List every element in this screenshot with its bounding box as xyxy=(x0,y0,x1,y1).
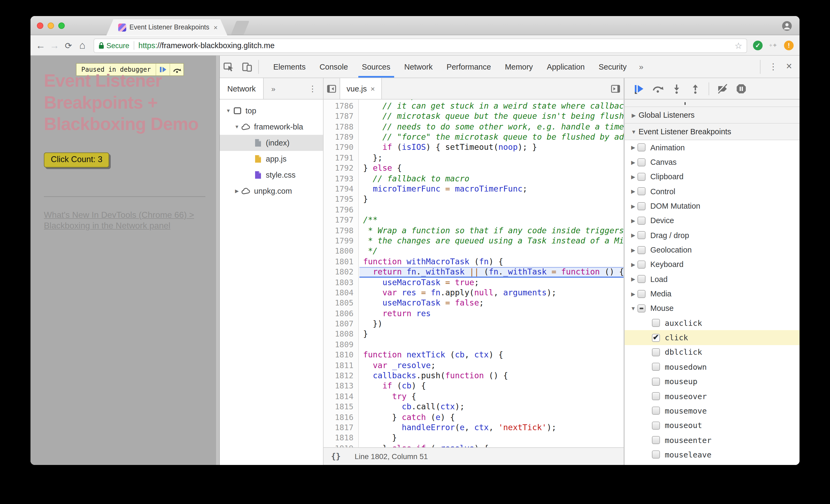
line-number[interactable]: 1805 xyxy=(324,298,358,309)
expand-sidebar-icon[interactable] xyxy=(610,83,621,94)
tree-item-unpkg-com[interactable]: ▶unpkg.com xyxy=(220,183,323,199)
devtools-tab-network[interactable]: Network xyxy=(397,56,440,77)
code-line[interactable]: useMacroTask = false; xyxy=(359,298,624,309)
line-number[interactable]: 1796 xyxy=(324,205,358,215)
extension-dimmed-icon[interactable]: ⌖✦ xyxy=(768,41,778,50)
checkbox-off[interactable] xyxy=(637,173,645,181)
breakpoint-category-device[interactable]: ▶Device xyxy=(625,213,800,228)
reload-icon[interactable]: ⟳ xyxy=(62,40,75,51)
line-number[interactable]: 1793 xyxy=(324,174,358,184)
line-number[interactable]: 1788 xyxy=(324,122,358,132)
code-line[interactable]: microTimerFunc = macroTimerFunc; xyxy=(359,184,624,194)
breakpoint-event-mouseup[interactable]: mouseup xyxy=(625,374,800,389)
breakpoint-category-mouse[interactable]: ▼Mouse xyxy=(625,301,800,316)
code-line[interactable] xyxy=(359,340,624,350)
breakpoint-category-load[interactable]: ▶Load xyxy=(625,272,800,286)
line-number[interactable]: 1806 xyxy=(324,309,358,319)
collapsed-arrow-icon[interactable]: ▶ xyxy=(629,159,637,165)
devtools-tab-memory[interactable]: Memory xyxy=(498,56,540,77)
checkbox-off[interactable] xyxy=(652,451,660,459)
pretty-print-icon[interactable]: {} xyxy=(331,451,341,461)
code-line[interactable]: var res = fn.apply(null, arguments); xyxy=(359,288,624,298)
breakpoint-category-animation[interactable]: ▶Animation xyxy=(625,140,800,155)
devtools-tab-application[interactable]: Application xyxy=(540,56,592,77)
breakpoint-event-mouseenter[interactable]: mouseenter xyxy=(625,433,800,447)
checkbox-off[interactable] xyxy=(637,187,645,195)
checkbox-off[interactable] xyxy=(652,319,660,327)
collapsed-arrow-icon[interactable]: ▶ xyxy=(629,291,637,297)
code-line[interactable]: /** xyxy=(359,215,624,225)
navigator-tab-network[interactable]: Network xyxy=(220,78,264,99)
code-line[interactable]: // needs to do some other work, e.g. han… xyxy=(359,122,624,132)
devtools-tab-performance[interactable]: Performance xyxy=(440,56,498,77)
breakpoint-category-dom-mutation[interactable]: ▶DOM Mutation xyxy=(625,199,800,214)
line-number[interactable]: 1808 xyxy=(324,329,358,340)
collapsed-arrow-icon[interactable]: ▶ xyxy=(629,203,637,209)
checkbox-off[interactable] xyxy=(652,407,660,415)
window-titlebar[interactable]: Event Listener Breakpoints + B × xyxy=(30,16,800,35)
collapsed-arrow-icon[interactable]: ▶ xyxy=(629,174,637,180)
code-line[interactable] xyxy=(359,205,624,215)
checkbox-off[interactable] xyxy=(652,392,660,400)
line-number[interactable]: 1811 xyxy=(324,360,358,371)
collapsed-arrow-icon[interactable]: ▶ xyxy=(629,276,637,282)
device-toolbar-icon[interactable] xyxy=(238,61,256,72)
breakpoint-event-mousemove[interactable]: mousemove xyxy=(625,403,800,418)
line-number[interactable]: 1814 xyxy=(324,391,358,402)
code-line[interactable]: function nextTick (cb, ctx) { xyxy=(359,350,624,360)
extension-check-icon[interactable]: ✓ xyxy=(753,41,763,50)
code-line[interactable]: cb.call(ctx); xyxy=(359,402,624,412)
window-zoom-button[interactable] xyxy=(58,23,65,29)
line-number[interactable]: 1787 xyxy=(324,112,358,122)
home-icon[interactable]: ⌂ xyxy=(75,40,89,51)
checkbox-off[interactable] xyxy=(637,246,645,254)
line-number[interactable]: 1794 xyxy=(324,184,358,194)
devtools-menu-icon[interactable]: ⋮ xyxy=(763,62,784,72)
breakpoint-category-clipboard[interactable]: ▶Clipboard xyxy=(625,169,800,184)
collapsed-arrow-icon[interactable]: ▶ xyxy=(629,262,637,267)
line-number[interactable]: 1786 xyxy=(324,101,358,112)
code-line[interactable]: } else if (_resolve) { xyxy=(359,444,624,447)
code-line[interactable]: if (isIOS) { setTimeout(noop); } xyxy=(359,143,624,153)
line-number[interactable]: 1815 xyxy=(324,402,358,412)
line-number[interactable]: 1791 xyxy=(324,153,358,163)
devtools-tab-security[interactable]: Security xyxy=(592,56,634,77)
line-number[interactable]: 1818 xyxy=(324,433,358,444)
devtools-close-icon[interactable]: × xyxy=(784,60,800,73)
breakpoint-category-keyboard[interactable]: ▶Keyboard xyxy=(625,257,800,272)
line-number[interactable]: 1816 xyxy=(324,412,358,423)
checkbox-off[interactable] xyxy=(637,231,645,239)
code-line[interactable]: } catch (e) { xyxy=(359,412,624,423)
breakpoint-category-media[interactable]: ▶Media xyxy=(625,286,800,301)
navigator-more-tabs-icon[interactable]: » xyxy=(271,84,276,93)
checkbox-off[interactable] xyxy=(637,275,645,283)
line-number[interactable]: 1810 xyxy=(324,350,358,360)
line-number[interactable]: 1817 xyxy=(324,423,358,433)
extension-alert-icon[interactable]: ! xyxy=(784,41,794,50)
window-close-button[interactable] xyxy=(37,23,43,29)
line-number[interactable]: 1804 xyxy=(324,288,358,298)
checkbox-off[interactable] xyxy=(652,421,660,429)
line-number[interactable]: 1812 xyxy=(324,371,358,381)
line-number[interactable]: 1795 xyxy=(324,194,358,205)
checkbox-off[interactable] xyxy=(637,202,645,210)
breakpoint-category-drag-drop[interactable]: ▶Drag / drop xyxy=(625,228,800,243)
checkbox-off[interactable] xyxy=(637,290,645,298)
file-tab-vuejs[interactable]: vue.js × xyxy=(340,78,382,99)
checkbox-mixed[interactable] xyxy=(637,305,645,312)
breakpoint-event-auxclick[interactable]: auxclick xyxy=(625,316,800,330)
tree-item-app-js[interactable]: app.js xyxy=(220,151,323,167)
expanded-arrow-icon[interactable]: ▼ xyxy=(629,306,637,311)
checkbox-off[interactable] xyxy=(652,363,660,371)
checkbox-off[interactable] xyxy=(637,144,645,151)
collapsed-arrow-icon[interactable]: ▶ xyxy=(233,188,241,194)
back-icon[interactable]: ← xyxy=(34,40,47,51)
devtools-tab-console[interactable]: Console xyxy=(313,56,355,77)
code-line[interactable]: useMacroTask = true; xyxy=(359,277,624,288)
profile-icon[interactable] xyxy=(782,21,792,31)
line-number[interactable]: 1789 xyxy=(324,132,358,143)
collapsed-arrow-icon[interactable]: ▶ xyxy=(629,247,637,253)
code-line[interactable]: handleError(e, ctx, 'nextTick'); xyxy=(359,423,624,433)
navigator-menu-icon[interactable]: ⋮ xyxy=(309,84,317,93)
expanded-arrow-icon[interactable]: ▼ xyxy=(233,124,241,129)
